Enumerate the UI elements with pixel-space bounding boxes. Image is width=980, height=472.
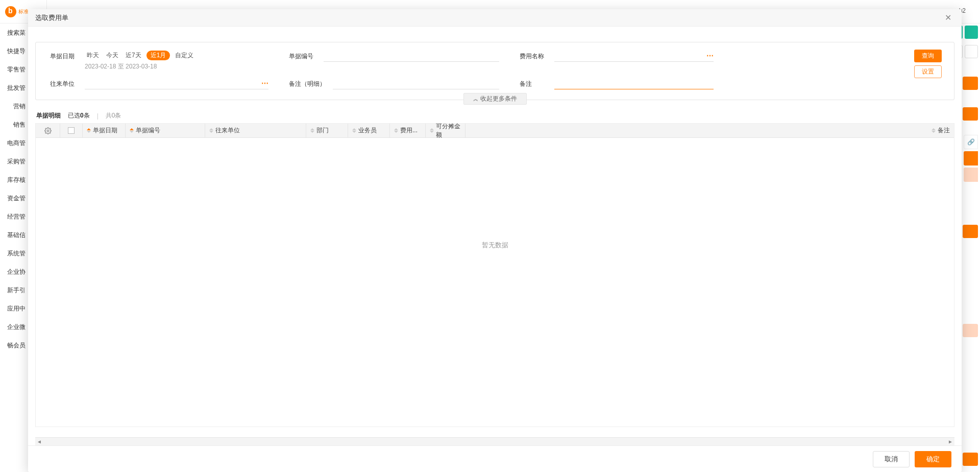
filter-buttons: 查询 设置: [914, 50, 942, 78]
sort-icon: [394, 128, 398, 133]
filter-label-partner: 往来单位: [50, 78, 85, 88]
list-detail-label: 单据明细: [36, 111, 61, 120]
filter-label-date: 单据日期: [50, 51, 85, 61]
sort-icon: [352, 128, 356, 133]
filter-label-remark: 备注: [520, 78, 554, 88]
empty-state: 暂无数据: [36, 138, 954, 352]
column-header-staff[interactable]: 业务员: [348, 124, 390, 137]
collapse-filters-button[interactable]: ︽ 收起更多条件: [463, 93, 527, 105]
sort-icon: [87, 128, 91, 133]
separator: |: [97, 112, 99, 120]
table-header: 单据日期 单据编号 往来单位 部门: [36, 124, 954, 138]
scroll-left-icon[interactable]: ◄: [35, 438, 43, 445]
empty-text: 暂无数据: [482, 241, 508, 250]
modal-footer: 取消 确定: [28, 445, 962, 472]
remark-detail-input[interactable]: [333, 78, 499, 89]
select-all-checkbox[interactable]: [60, 124, 83, 137]
column-header-code[interactable]: 单据编号: [126, 124, 205, 137]
scroll-right-icon[interactable]: ►: [946, 438, 954, 445]
sort-icon: [130, 128, 134, 133]
chevron-up-icon: ︽: [473, 96, 478, 103]
selected-count: 已选0条: [68, 111, 90, 120]
code-input[interactable]: [324, 51, 499, 62]
modal-title: 选取费用单: [35, 13, 68, 22]
modal-header: 选取费用单 ✕: [28, 9, 962, 27]
sort-icon: [932, 128, 936, 133]
horizontal-scrollbar[interactable]: ◄ ►: [35, 437, 954, 445]
date-tag-month[interactable]: 近1月: [146, 51, 170, 60]
filter-label-remark-detail: 备注（明细）: [289, 78, 333, 88]
modal-dialog: 选取费用单 ✕ 单据日期 昨天 今天 近7天 近1月 自定义: [28, 9, 962, 472]
cancel-button[interactable]: 取消: [873, 451, 910, 467]
column-header-remark[interactable]: 备注: [465, 124, 954, 137]
filter-panel: 单据日期 昨天 今天 近7天 近1月 自定义 2023-02-18 至 2023…: [35, 42, 954, 100]
partner-input[interactable]: [85, 78, 268, 89]
modal-body: 单据日期 昨天 今天 近7天 近1月 自定义 2023-02-18 至 2023…: [28, 27, 962, 445]
remark-input[interactable]: [554, 78, 714, 89]
column-header-amount[interactable]: 可分摊金额: [426, 124, 465, 137]
column-header-date[interactable]: 单据日期: [83, 124, 126, 137]
confirm-button[interactable]: 确定: [915, 451, 951, 467]
ellipsis-icon[interactable]: ⋯: [261, 79, 268, 87]
column-header-fee[interactable]: 费用...: [390, 124, 426, 137]
date-tag-yesterday[interactable]: 昨天: [85, 51, 101, 60]
filter-label-fee-name: 费用名称: [520, 51, 554, 61]
total-count: 共0条: [106, 111, 121, 120]
svg-point-0: [47, 130, 49, 132]
collapse-text: 收起更多条件: [480, 95, 517, 103]
date-tag-custom[interactable]: 自定义: [173, 51, 195, 60]
filter-label-code: 单据编号: [289, 51, 324, 61]
date-range-tags: 昨天 今天 近7天 近1月 自定义: [85, 51, 268, 60]
column-header-dept[interactable]: 部门: [306, 124, 348, 137]
settings-button[interactable]: 设置: [914, 65, 942, 78]
date-tag-week[interactable]: 近7天: [124, 51, 143, 60]
query-button[interactable]: 查询: [914, 50, 942, 62]
sort-icon: [209, 128, 213, 133]
sort-icon: [430, 128, 434, 133]
table: 单据日期 单据编号 往来单位 部门: [35, 123, 954, 427]
column-settings[interactable]: [36, 124, 60, 137]
gear-icon: [44, 127, 52, 134]
fee-name-input[interactable]: [554, 51, 714, 62]
date-tag-today[interactable]: 今天: [104, 51, 120, 60]
date-range-text: 2023-02-18 至 2023-03-18: [85, 62, 268, 71]
modal-overlay: 选取费用单 ✕ 单据日期 昨天 今天 近7天 近1月 自定义: [0, 0, 980, 472]
ellipsis-icon[interactable]: ⋯: [706, 52, 714, 60]
list-summary-row: 单据明细 已选0条 | 共0条: [36, 111, 954, 120]
column-header-partner[interactable]: 往来单位: [205, 124, 306, 137]
checkbox-icon: [68, 127, 75, 134]
sort-icon: [310, 128, 314, 133]
close-icon[interactable]: ✕: [942, 12, 954, 23]
